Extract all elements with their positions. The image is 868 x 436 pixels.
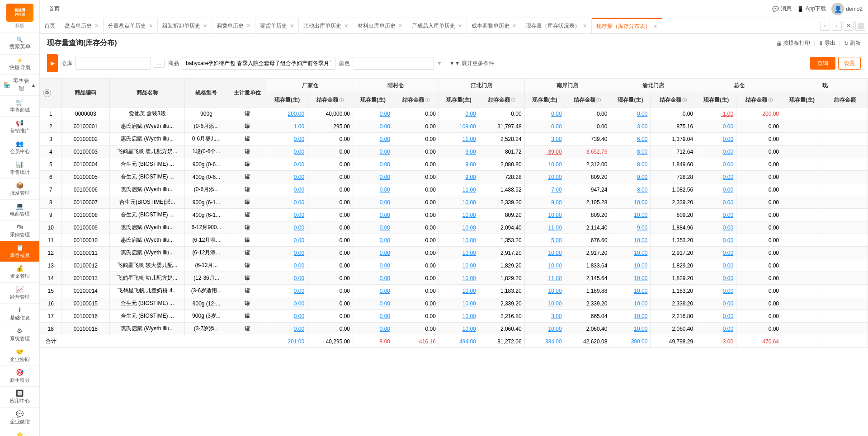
tab-7[interactable]: 材料出库单历史✕ [353,18,407,33]
row-jb-qty[interactable]: 9.00 [439,158,479,171]
color-input[interactable] [353,57,434,70]
row-factory-qty[interactable]: 0.00 [267,272,307,285]
warehouse-input[interactable] [75,57,151,70]
row-jb-qty[interactable]: 10.00 [439,247,479,259]
tab-5[interactable]: 要货单历史✕ [255,18,299,33]
row-total-qty[interactable]: 0.00 [696,158,736,171]
row-yb-qty[interactable]: 0.00 [610,108,651,120]
tab-close-4[interactable]: ✕ [246,23,250,29]
row-factory-qty[interactable]: 0.00 [267,183,307,196]
sidebar-item-12[interactable]: 🤝企业协同 [0,345,39,366]
row-lc-qty[interactable]: 0.00 [353,323,393,335]
row-factory-qty[interactable]: 0.00 [267,171,307,183]
sidebar-item-11[interactable]: ⚙系统管理 [0,324,39,345]
sidebar-item-4[interactable]: 📦批发管理 [0,179,39,200]
row-total-qty[interactable]: 0.00 [696,196,736,209]
sidebar-item-10[interactable]: ℹ基础信息 [0,304,39,324]
row-factory-qty[interactable]: 0.00 [267,133,307,145]
refresh-btn[interactable]: ↻ 刷新 [844,39,861,47]
row-lc-qty[interactable]: 0.00 [353,133,393,145]
row-yb-qty[interactable]: 6.00 [610,133,651,145]
row-yb-qty[interactable]: 8.00 [610,145,651,158]
tab-close-11[interactable]: ✕ [653,23,657,29]
row-yb-qty[interactable]: 10.00 [610,247,651,259]
row-na-qty[interactable]: 11.00 [524,272,565,285]
tab-11[interactable]: 现存量（库存分布表）✕ [592,18,662,33]
sidebar-item-8[interactable]: 💰资金管理 [0,262,39,283]
tab-0[interactable]: 首页 [40,18,60,33]
row-factory-qty[interactable]: 0.00 [267,158,307,171]
collapse-arrow[interactable]: ▶ [47,54,58,72]
row-total-qty[interactable]: -1.00 [696,108,736,120]
row-na-qty[interactable]: 10.00 [524,171,565,183]
tab-9[interactable]: 成本调整单历史✕ [467,18,521,33]
row-total-qty[interactable]: 0.00 [696,145,736,158]
expand-conditions-btn[interactable]: ▼▼ 展开更多条件 [449,60,494,67]
row-yb-qty[interactable]: 9.00 [610,221,651,234]
row-factory-qty[interactable]: 0.00 [267,259,307,272]
sidebar-item-retail-mgmt[interactable]: 🏪 零售管理 ▲ [0,75,39,96]
row-jb-qty[interactable]: 0.00 [439,108,479,120]
tab-8[interactable]: 产成品入库单历史✕ [407,18,467,33]
row-yb-qty[interactable]: 8.00 [610,158,651,171]
export-btn[interactable]: ⬇ 导出 [819,39,835,47]
nav-home[interactable]: 首页 [45,3,63,14]
row-yb-qty[interactable]: 10.00 [610,234,651,247]
row-jb-qty[interactable]: 10.00 [439,234,479,247]
row-na-qty[interactable]: 11.00 [524,221,565,234]
row-yb-qty[interactable]: 10.00 [610,285,651,297]
row-lc-qty[interactable]: 0.00 [353,310,393,323]
tab-2[interactable]: 分量盘点单历史✕ [104,18,158,33]
na-amt-info-icon[interactable]: ⓘ [596,98,601,103]
row-lc-qty[interactable]: 0.00 [353,108,393,120]
row-lc-qty[interactable]: 0.00 [353,196,393,209]
total-na-qty[interactable]: 334.00 [524,335,565,348]
row-yb-qty[interactable]: 10.00 [610,323,651,335]
sidebar-search-english[interactable]: 🔍 搜索英单 [0,33,39,55]
query-button[interactable]: 查询 [810,57,835,70]
tab-close-3[interactable]: ✕ [203,23,207,29]
total-yb-qty[interactable]: 390.00 [610,335,651,348]
row-factory-qty[interactable]: 0.00 [267,310,307,323]
tabs-next-btn[interactable]: › [832,21,842,31]
total-jb-qty[interactable]: 494.00 [439,335,479,348]
row-na-qty[interactable]: 10.00 [524,323,565,335]
row-factory-qty[interactable]: 0.00 [267,196,307,209]
row-yb-qty[interactable]: 10.00 [610,259,651,272]
tab-6[interactable]: 其他出库单历史✕ [299,18,353,33]
sidebar-item-16[interactable]: ⭐畅会员 [0,428,39,436]
row-na-qty[interactable]: 0.00 [524,108,565,120]
row-yb-qty[interactable]: 8.00 [610,183,651,196]
total-factory-qty[interactable]: 201.00 [267,335,307,348]
row-total-qty[interactable]: 0.00 [696,133,736,145]
setting-button[interactable]: 设置 [838,57,861,70]
row-na-qty[interactable]: 10.00 [524,209,565,221]
table-settings-icon[interactable]: ⚙ [43,89,51,97]
tabs-prev-btn[interactable]: ‹ [820,21,830,31]
row-jb-qty[interactable]: 10.00 [439,196,479,209]
user-profile-btn[interactable]: 👤 demo2 [831,3,863,15]
tab-4[interactable]: 调拨单历史✕ [212,18,255,33]
row-jb-qty[interactable]: 10.00 [439,285,479,297]
row-lc-qty[interactable]: 0.00 [353,272,393,285]
message-btn[interactable]: 💬 消息 [772,5,792,13]
row-lc-qty[interactable]: 0.00 [353,234,393,247]
sidebar-item-14[interactable]: 🔲应用中心 [0,387,39,408]
row-factory-qty[interactable]: 0.00 [267,297,307,310]
sidebar-item-5[interactable]: 💻电商管理 [0,200,39,220]
row-lc-qty[interactable]: 0.00 [353,158,393,171]
row-yb-qty[interactable]: 10.00 [610,196,651,209]
row-lc-qty[interactable]: 0.00 [353,259,393,272]
row-na-qty[interactable]: 10.00 [524,247,565,259]
row-lc-qty[interactable]: 0.00 [353,221,393,234]
row-total-qty[interactable]: 0.00 [696,323,736,335]
factory-amt-info-icon[interactable]: ⓘ [339,98,344,103]
sidebar-item-15[interactable]: 💬企业微信 [0,408,39,428]
row-jb-qty[interactable]: 11.00 [439,133,479,145]
row-na-qty[interactable]: -39.00 [524,145,565,158]
row-na-qty[interactable]: 10.00 [524,297,565,310]
row-factory-qty[interactable]: 0.00 [267,221,307,234]
row-lc-qty[interactable]: 0.00 [353,297,393,310]
row-total-qty[interactable]: 0.00 [696,259,736,272]
total-lc-qty[interactable]: -8.00 [353,335,393,348]
